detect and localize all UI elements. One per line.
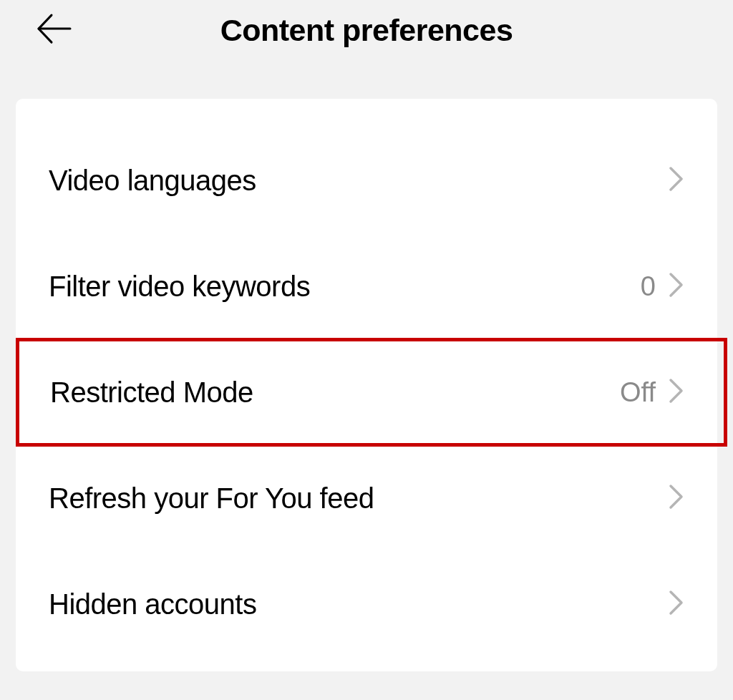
row-label: Restricted Mode [50,376,620,409]
chevron-right-icon [669,378,684,407]
row-label: Video languages [49,165,656,197]
row-filter-video-keywords[interactable]: Filter video keywords 0 [16,233,717,339]
chevron-right-icon [669,590,684,618]
row-value: Off [620,377,656,408]
page-title: Content preferences [34,13,699,48]
arrow-left-icon [34,9,73,48]
back-button[interactable] [34,9,73,51]
chevron-right-icon [669,272,684,301]
row-label: Filter video keywords [49,271,641,303]
row-restricted-mode[interactable]: Restricted Mode Off [17,339,726,445]
chevron-right-icon [669,484,684,512]
chevron-right-icon [669,166,684,195]
row-label: Refresh your For You feed [49,482,656,515]
settings-card: Video languages Filter video keywords 0 … [16,99,717,671]
row-video-languages[interactable]: Video languages [16,127,717,233]
row-value: 0 [641,271,656,302]
row-label: Hidden accounts [49,588,656,621]
row-hidden-accounts[interactable]: Hidden accounts [16,551,717,657]
header: Content preferences [0,0,733,64]
row-refresh-for-you-feed[interactable]: Refresh your For You feed [16,445,717,551]
